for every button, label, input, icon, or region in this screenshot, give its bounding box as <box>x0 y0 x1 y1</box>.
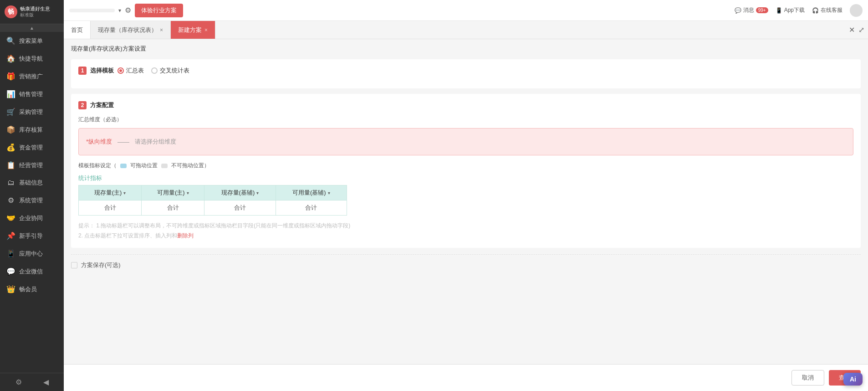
nav-icon-operations: 📋 <box>6 161 15 170</box>
indicator-settings-row: 模板指标设定（ 可拖动位置 不可拖动位置） <box>78 162 853 170</box>
industry-solution-button[interactable]: 体验行业方案 <box>135 4 183 17</box>
nav-label-purchase: 采购管理 <box>19 108 43 116</box>
page-breadcrumb: 现存量(库存状况表)方案设置 <box>71 45 861 53</box>
sidebar-item-basic-info[interactable]: 🗂基础信息 <box>0 174 64 191</box>
sidebar-item-app-center[interactable]: 📱应用中心 <box>0 245 64 262</box>
fixed-indicator-dot <box>161 164 168 168</box>
nav-icon-basic-info: 🗂 <box>6 179 15 187</box>
dimension-box[interactable]: *纵向维度 —— 请选择分组维度 <box>78 128 853 155</box>
tab-new-plan-close-icon[interactable]: × <box>204 27 208 33</box>
stats-col-3-chevron: ▾ <box>256 190 259 196</box>
save-row: 方案保存(可选) <box>71 261 861 269</box>
sidebar-item-finance[interactable]: 💰资金管理 <box>0 139 64 156</box>
sidebar-item-system[interactable]: ⚙系统管理 <box>0 191 64 209</box>
sidebar-item-inventory[interactable]: 📦库存核算 <box>0 121 64 139</box>
sidebar-item-cooperation[interactable]: 🤝企业协同 <box>0 209 64 227</box>
stats-col-3[interactable]: 现存量(基辅) ▾ <box>204 185 276 201</box>
nav-label-marketing: 营销推广 <box>19 72 43 81</box>
sidebar-item-sales[interactable]: 📊销售管理 <box>0 85 64 103</box>
nav-icon-inventory: 📦 <box>6 125 15 134</box>
nav-label-inventory: 库存核算 <box>19 126 43 134</box>
topbar-dropdown[interactable]: ▾ <box>118 7 121 14</box>
stats-col-4-label: 可用量(基辅) <box>292 189 326 197</box>
nav-icon-marketing: 🎁 <box>6 72 15 81</box>
stats-table-header-row: 现存量(主) ▾ 可用量(主) ▾ 现存量(基辅 <box>79 185 347 201</box>
customer-service-item[interactable]: 🎧 在线客服 <box>812 6 842 14</box>
sidebar-item-vip[interactable]: 👑畅会员 <box>0 280 64 298</box>
tab-inventory-close-icon[interactable]: × <box>160 27 163 33</box>
nav-icon-quick-nav: 🏠 <box>6 54 15 63</box>
sidebar-item-quick-nav[interactable]: 🏠快捷导航 <box>0 50 64 67</box>
customer-service-icon: 🎧 <box>812 7 819 14</box>
nav-icon-system: ⚙ <box>6 196 15 205</box>
stats-col-4[interactable]: 可用量(基辅) ▾ <box>276 185 347 201</box>
nav-label-basic-info: 基础信息 <box>19 179 43 187</box>
sidebar-item-purchase[interactable]: 🛒采购管理 <box>0 103 64 121</box>
sidebar-nav: 🔍搜索菜单🏠快捷导航🎁营销推广📊销售管理🛒采购管理📦库存核算💰资金管理📋经营管理… <box>0 32 64 373</box>
stats-col-2-chevron: ▾ <box>187 190 189 196</box>
message-label: 消息 <box>743 6 754 14</box>
nav-label-cooperation: 企业协同 <box>19 214 43 222</box>
sidebar-item-new-guide[interactable]: 📌新手引导 <box>0 227 64 245</box>
main-content: ▾ ⚙ 体验行业方案 💬 消息 99+ 📱 App下载 🎧 在线客服 首页 <box>64 0 868 391</box>
tab-expand-icon[interactable]: ⤢ <box>858 26 864 34</box>
sidebar-bottom: ⚙ ◀ <box>0 373 64 391</box>
radio-summary[interactable]: 汇总表 <box>117 67 144 75</box>
sidebar-item-marketing[interactable]: 🎁营销推广 <box>0 67 64 85</box>
tab-home-label: 首页 <box>71 26 83 34</box>
tab-inventory-status[interactable]: 现存量（库存状况表） × <box>91 21 171 39</box>
app-name: 畅康通好生意 <box>20 5 50 12</box>
nav-icon-search: 🔍 <box>6 36 15 45</box>
tab-inventory-status-label: 现存量（库存状况表） <box>98 26 157 34</box>
save-label: 方案保存(可选) <box>81 261 121 269</box>
message-icon: 💬 <box>735 7 741 14</box>
step1-section: 1 选择模板 汇总表 交叉统计表 <box>71 59 861 88</box>
ai-fab-button[interactable]: Ai <box>843 373 863 386</box>
nav-label-search: 搜索菜单 <box>19 37 43 45</box>
radio-cross[interactable]: 交叉统计表 <box>151 67 189 75</box>
step1-title: 选择模板 <box>90 67 114 75</box>
sidebar-item-enterprise-wechat[interactable]: 💬企业微信 <box>0 262 64 280</box>
tabs-right-controls: ✕ ⤢ <box>849 26 868 34</box>
sidebar: 畅 畅康通好生意 标准版 ▲ 🔍搜索菜单🏠快捷导航🎁营销推广📊销售管理🛒采购管理… <box>0 0 64 391</box>
tab-home[interactable]: 首页 <box>64 21 91 39</box>
nav-label-quick-nav: 快捷导航 <box>19 55 43 63</box>
topbar-search <box>69 9 115 12</box>
radio-cross-label: 交叉统计表 <box>160 67 189 75</box>
logo-icon: 畅 <box>5 5 17 18</box>
nav-label-finance: 资金管理 <box>19 144 43 152</box>
message-item[interactable]: 💬 消息 99+ <box>735 6 768 14</box>
user-avatar[interactable] <box>850 4 863 17</box>
nav-icon-cooperation: 🤝 <box>6 214 15 222</box>
step2-badge: 2 <box>78 101 87 109</box>
dimension-placeholder: 请选择分组维度 <box>135 138 176 146</box>
tab-close-window-icon[interactable]: ✕ <box>849 26 855 34</box>
topbar: ▾ ⚙ 体验行业方案 💬 消息 99+ 📱 App下载 🎧 在线客服 <box>64 0 868 21</box>
nav-label-sales: 销售管理 <box>19 90 43 98</box>
tab-new-plan[interactable]: 新建方案 × <box>171 21 215 39</box>
nav-label-system: 系统管理 <box>19 196 43 205</box>
step2-header: 2 方案配置 <box>78 101 853 109</box>
app-version: 标准版 <box>20 12 50 18</box>
nav-label-operations: 经营管理 <box>19 161 43 170</box>
stats-col-1-label: 现存量(主) <box>94 189 122 197</box>
stats-col-1-chevron: ▾ <box>123 190 126 196</box>
sidebar-scroll-up[interactable]: ▲ <box>0 24 64 32</box>
stats-cell-1: 合计 <box>79 201 142 216</box>
fixed-label: 不可拖动位置） <box>171 162 209 170</box>
sidebar-item-search[interactable]: 🔍搜索菜单 <box>0 32 64 50</box>
cancel-button[interactable]: 取消 <box>791 370 824 386</box>
stats-col-2[interactable]: 可用量(主) ▾ <box>142 185 204 201</box>
stats-col-1[interactable]: 现存量(主) ▾ <box>79 185 142 201</box>
step1-badge: 1 <box>78 67 87 75</box>
collapse-icon[interactable]: ◀ <box>43 378 49 386</box>
tips-section: 提示： 1.拖动标题栏可以调整布局，不可跨维度或指标区域拖动栏目字段(只能在同一… <box>78 221 853 241</box>
settings-icon[interactable]: ⚙ <box>15 378 22 386</box>
app-download-item[interactable]: 📱 App下载 <box>776 6 805 14</box>
step2-section: 2 方案配置 汇总维度（必选） *纵向维度 —— 请选择分组维度 模板指标设定（… <box>71 94 861 248</box>
sidebar-item-operations[interactable]: 📋经营管理 <box>0 156 64 174</box>
topbar-gear-icon[interactable]: ⚙ <box>125 6 131 15</box>
movable-indicator-dot <box>120 164 127 168</box>
stats-col-2-label: 可用量(主) <box>157 189 185 197</box>
save-checkbox[interactable] <box>71 262 77 268</box>
